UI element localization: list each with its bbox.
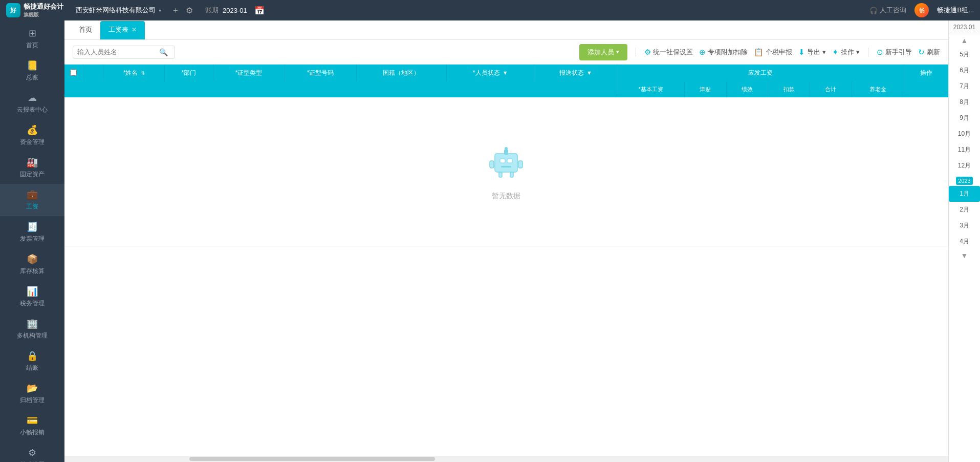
- sidebar: ⊞ 首页 📒 总账 ☁ 云报表中心 💰 资金管理 🏭 固定资产 💼 工资 🧾 发…: [0, 20, 64, 462]
- th-performance: 绩效: [726, 81, 768, 97]
- avatar: 畅: [914, 3, 929, 17]
- refresh-action[interactable]: ↻ 刷新: [918, 48, 940, 57]
- month-item-10[interactable]: 10月: [949, 126, 980, 142]
- svg-rect-4: [504, 150, 508, 155]
- sidebar-item-tax[interactable]: 📊 税务管理: [0, 281, 64, 313]
- special-deduct-action[interactable]: ⊕ 专项附加扣除: [699, 48, 748, 57]
- sidebar-label-funds: 资金管理: [20, 138, 45, 146]
- logo-icon: 好: [6, 3, 20, 17]
- year-badge-wrap: 2023: [949, 174, 980, 186]
- month-item-5[interactable]: 5月: [949, 47, 980, 62]
- sidebar-label-expense: 小畅报销: [20, 428, 45, 437]
- tab-bar: 首页 工资表 ✕: [64, 20, 948, 40]
- tab-home-label: 首页: [79, 26, 92, 33]
- horizontal-scrollbar[interactable]: [64, 456, 948, 462]
- sidebar-item-archive[interactable]: 📂 归档管理: [0, 377, 64, 410]
- add-person-button[interactable]: 添加人员 ▾: [579, 44, 627, 60]
- add-icon[interactable]: ＋: [171, 5, 180, 16]
- sidebar-item-multi-org[interactable]: 🏢 多机构管理: [0, 313, 64, 345]
- service-button[interactable]: 🎧 人工咨询: [869, 6, 906, 15]
- month-panel: 2023.01 ▲ 5月 6月 7月 8月 9月 10月 11月 12月 202…: [948, 20, 980, 462]
- calendar-icon[interactable]: 📅: [254, 6, 265, 15]
- company-name: 西安虾米网络科技有限公司: [76, 6, 156, 15]
- month-item-4[interactable]: 4月: [949, 234, 980, 249]
- month-item-2[interactable]: 2月: [949, 202, 980, 218]
- operations-arrow-icon: ▾: [856, 48, 860, 56]
- sidebar-label-archive: 归档管理: [20, 396, 45, 405]
- content-area: 首页 工资表 ✕ 🔍 添加人员 ▾ ⚙ 统一社保设置: [64, 20, 948, 462]
- table-header-sub: *基本工资 津贴 绩效 扣款 合计 养老金: [64, 81, 948, 97]
- sidebar-item-fixed-assets[interactable]: 🏭 固定资产: [0, 152, 64, 184]
- month-item-3[interactable]: 3月: [949, 218, 980, 234]
- sidebar-item-inventory[interactable]: 📦 库存核算: [0, 248, 64, 281]
- inventory-icon: 📦: [27, 254, 38, 265]
- month-scroll-up[interactable]: ▲: [949, 34, 980, 47]
- period-label: 账期: [205, 6, 219, 15]
- operations-action[interactable]: ✦ 操作 ▾: [832, 48, 860, 57]
- th-salary-group: 应发工资: [617, 65, 904, 81]
- app-name: 畅捷通好会计: [24, 3, 63, 10]
- sidebar-item-settings[interactable]: ⚙ 基础设置: [0, 442, 64, 462]
- month-item-9[interactable]: 9月: [949, 110, 980, 126]
- status-filter-icon[interactable]: ▼: [503, 70, 508, 76]
- tax-declare-action[interactable]: 📋 个税申报: [754, 48, 792, 57]
- sidebar-label-fixed-assets: 固定资产: [20, 170, 45, 179]
- month-item-8[interactable]: 8月: [949, 94, 980, 110]
- tab-payroll[interactable]: 工资表 ✕: [100, 21, 145, 39]
- sidebar-label-tax: 税务管理: [20, 299, 45, 308]
- operations-icon: ✦: [832, 48, 839, 57]
- social-security-action[interactable]: ⚙ 统一社保设置: [644, 48, 693, 57]
- th-subsidy: 津贴: [684, 81, 726, 97]
- payroll-table: *姓名 ⇅ *部门 *证型类型 *证型号码 国籍（地区） *人员状态 ▼ 报送状…: [64, 65, 948, 246]
- payroll-icon: 💼: [27, 189, 38, 200]
- th-name: *姓名 ⇅: [103, 65, 165, 81]
- th-sub-empty: [64, 81, 617, 97]
- month-item-12[interactable]: 12月: [949, 158, 980, 174]
- headset-icon: 🎧: [869, 7, 878, 14]
- refresh-icon: ↻: [918, 48, 925, 57]
- empty-text: 暂无数据: [492, 192, 520, 201]
- sidebar-item-invoice[interactable]: 🧾 发票管理: [0, 216, 64, 248]
- tab-close-icon[interactable]: ✕: [132, 26, 137, 33]
- search-input[interactable]: [77, 48, 159, 56]
- sort-icon[interactable]: ⇅: [141, 70, 145, 76]
- sidebar-item-cloud-report[interactable]: ☁ 云报表中心: [0, 87, 64, 119]
- sidebar-item-funds[interactable]: 💰 资金管理: [0, 119, 64, 152]
- refresh-label: 刷新: [927, 48, 940, 57]
- close-period-icon: 🔒: [27, 350, 38, 362]
- sidebar-item-expense[interactable]: 💳 小畅报销: [0, 410, 64, 442]
- svg-rect-0: [495, 154, 517, 172]
- sidebar-item-ledger[interactable]: 📒 总账: [0, 55, 64, 87]
- operations-label: 操作: [841, 48, 854, 57]
- sep2: [868, 48, 868, 57]
- th-name-label: *姓名: [123, 69, 138, 76]
- add-btn-arrow-icon: ▾: [616, 49, 619, 55]
- month-scroll-down[interactable]: ▼: [949, 249, 980, 262]
- header-right: 🎧 人工咨询 畅 畅捷通B组...: [869, 3, 974, 17]
- month-item-6[interactable]: 6月: [949, 62, 980, 78]
- new-guide-action[interactable]: ⊙ 新手引导: [877, 48, 912, 57]
- svg-point-5: [505, 147, 508, 150]
- empty-cell: 暂无数据: [64, 97, 948, 246]
- sidebar-item-payroll[interactable]: 💼 工资: [0, 184, 64, 216]
- sidebar-item-close[interactable]: 🔒 结账: [0, 345, 64, 377]
- month-item-7[interactable]: 7月: [949, 78, 980, 94]
- settings-icon[interactable]: ⚙: [186, 6, 193, 15]
- export-action[interactable]: ⬇ 导出 ▾: [798, 48, 826, 57]
- logo-text-wrap: 畅捷通好会计 旗舰版: [24, 2, 63, 18]
- scroll-thumb[interactable]: [189, 457, 435, 461]
- ledger-icon: 📒: [27, 60, 38, 71]
- select-all-checkbox[interactable]: [70, 69, 77, 76]
- month-item-11[interactable]: 11月: [949, 142, 980, 158]
- fixed-assets-icon: 🏭: [27, 157, 38, 168]
- month-item-1[interactable]: 1月: [949, 186, 980, 202]
- tab-home[interactable]: 首页: [71, 21, 100, 39]
- company-selector[interactable]: 西安虾米网络科技有限公司 ▾: [76, 6, 161, 15]
- th-report-status: 报送状态 ▼: [534, 65, 617, 81]
- sidebar-item-home[interactable]: ⊞ 首页: [0, 23, 64, 55]
- service-label: 人工咨询: [880, 6, 906, 15]
- table-container: *姓名 ⇅ *部门 *证型类型 *证型号码 国籍（地区） *人员状态 ▼ 报送状…: [64, 65, 948, 456]
- svg-rect-1: [500, 159, 505, 163]
- svg-rect-7: [518, 161, 522, 168]
- report-filter-icon[interactable]: ▼: [586, 70, 592, 76]
